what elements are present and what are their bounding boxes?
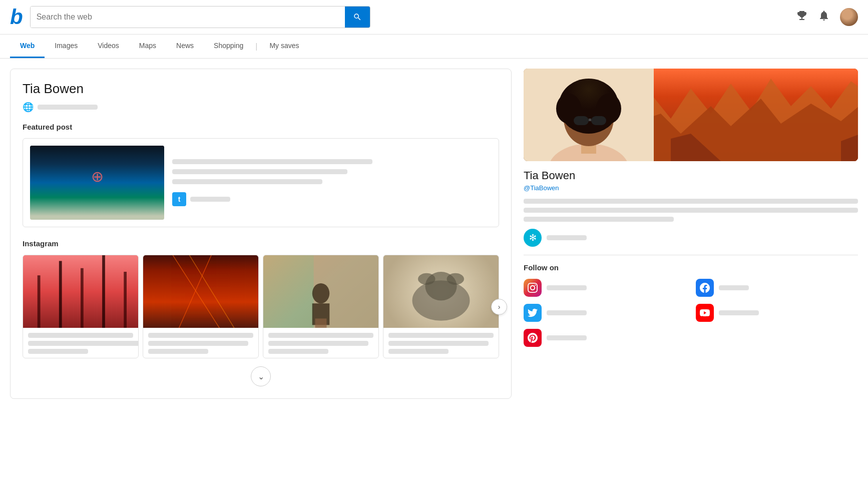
social-item-facebook[interactable] xyxy=(696,279,858,297)
social-grid xyxy=(524,279,858,347)
svg-rect-15 xyxy=(321,318,327,328)
instagram-grid: › xyxy=(23,255,499,358)
nav-item-my-saves[interactable]: My saves xyxy=(259,35,309,58)
svg-rect-6 xyxy=(143,255,258,328)
rewards-icon[interactable] xyxy=(796,10,808,25)
insta-2-text-2 xyxy=(148,341,248,346)
twitter-handle-skeleton xyxy=(190,197,230,202)
bing-logo[interactable]: b xyxy=(10,5,22,29)
nav-item-news[interactable]: News xyxy=(166,35,204,58)
nav-bar: Web Images Videos Maps News Shopping | M… xyxy=(0,35,868,59)
facebook-icon xyxy=(696,279,714,297)
nav-item-videos[interactable]: Videos xyxy=(88,35,129,58)
featured-post-image xyxy=(30,146,164,220)
profile-name-right: Tia Bowen xyxy=(524,169,858,182)
globe-row: 🌐 xyxy=(23,102,499,113)
person-name-left: Tia Bowen xyxy=(23,81,499,97)
insta-4-text-2 xyxy=(388,341,489,346)
social-item-instagram[interactable] xyxy=(524,279,686,297)
twitter-row: t xyxy=(172,192,492,206)
instagram-section: Instagram xyxy=(23,239,499,358)
nav-divider: | xyxy=(253,35,259,58)
insta-4-text-3 xyxy=(388,349,449,354)
insta-card-1[interactable] xyxy=(23,255,139,358)
profile-canyon-photo xyxy=(654,69,858,161)
svg-rect-3 xyxy=(81,268,84,328)
profile-handle[interactable]: @TiaBowen xyxy=(524,184,858,192)
insta-card-3-content xyxy=(263,328,378,358)
follow-on-title: Follow on xyxy=(524,263,858,272)
palms-scene xyxy=(23,255,138,328)
nav-item-images[interactable]: Images xyxy=(45,35,88,58)
twitter-social-icon xyxy=(524,304,542,322)
profile-info: Tia Bowen @TiaBowen ✻ xyxy=(524,169,858,255)
insta-card-3[interactable] xyxy=(263,255,379,358)
social-item-twitter[interactable] xyxy=(524,304,686,322)
main-layout: Tia Bowen 🌐 Featured post t Instagra xyxy=(0,59,868,409)
nav-item-maps[interactable]: Maps xyxy=(129,35,166,58)
insta-card-4-content xyxy=(383,328,499,358)
search-bar xyxy=(30,6,370,28)
nav-item-web[interactable]: Web xyxy=(10,35,45,58)
instagram-icon xyxy=(524,279,542,297)
social-item-pinterest[interactable] xyxy=(524,329,686,347)
right-panel: Tia Bowen @TiaBowen ✻ Follow on xyxy=(524,69,858,399)
instagram-next-button[interactable]: › xyxy=(491,299,507,315)
svg-rect-4 xyxy=(102,255,105,328)
left-panel: Tia Bowen 🌐 Featured post t Instagra xyxy=(10,69,512,399)
social-item-youtube[interactable] xyxy=(696,304,858,322)
svg-point-12 xyxy=(312,283,330,303)
snowflake-icon: ✻ xyxy=(524,229,542,247)
svg-rect-1 xyxy=(38,275,41,328)
insta-card-2[interactable] xyxy=(143,255,259,358)
insta-4-text-1 xyxy=(388,333,494,338)
featured-post-title: Featured post xyxy=(23,123,499,131)
featured-post-card[interactable]: t xyxy=(23,138,499,227)
youtube-icon xyxy=(696,304,714,322)
follow-on-section: Follow on xyxy=(524,263,858,347)
insta-2-text-3 xyxy=(148,349,208,354)
bing-logo-icon: b xyxy=(10,5,22,29)
insta-2-text-1 xyxy=(148,333,253,338)
insta-image-3 xyxy=(263,255,378,328)
insta-1-text-2 xyxy=(28,341,139,346)
ocean-scene xyxy=(30,146,164,220)
snowflake-row: ✻ xyxy=(524,229,858,247)
insta-card-2-content xyxy=(143,328,258,358)
svg-rect-5 xyxy=(124,272,127,328)
pinterest-handle-skeleton xyxy=(547,335,587,340)
svg-rect-29 xyxy=(591,116,606,125)
profile-images xyxy=(524,69,858,161)
svg-rect-2 xyxy=(59,261,62,328)
insta-card-1-content xyxy=(23,328,138,358)
insta-1-text-1 xyxy=(28,333,133,338)
youtube-handle-skeleton xyxy=(719,310,759,315)
header: b xyxy=(0,0,868,35)
globe-icon: 🌐 xyxy=(23,102,34,113)
search-input[interactable] xyxy=(31,7,345,28)
svg-rect-14 xyxy=(315,318,321,328)
bio-skeleton-1 xyxy=(524,199,858,204)
insta-3-text-1 xyxy=(268,333,373,338)
insta-3-text-2 xyxy=(268,341,368,346)
header-icons xyxy=(796,8,858,26)
svg-point-20 xyxy=(447,273,465,285)
insta-3-text-3 xyxy=(268,349,328,354)
insta-card-4[interactable] xyxy=(383,255,499,358)
twitter-icon: t xyxy=(172,192,186,206)
show-more-section: ⌄ xyxy=(23,366,499,386)
insta-image-4 xyxy=(383,255,499,328)
platform-skeleton xyxy=(547,235,587,240)
profile-person-photo xyxy=(524,69,654,161)
nav-item-shopping[interactable]: Shopping xyxy=(204,35,253,58)
avatar[interactable] xyxy=(840,8,858,26)
pinterest-icon xyxy=(524,329,542,347)
facebook-handle-skeleton xyxy=(719,285,749,290)
post-title-skeleton-1 xyxy=(172,159,372,164)
show-more-button[interactable]: ⌄ xyxy=(251,366,271,386)
notifications-icon[interactable] xyxy=(818,10,830,25)
search-button[interactable] xyxy=(345,7,370,28)
instagram-title: Instagram xyxy=(23,239,499,248)
twitter-handle-skeleton-right xyxy=(547,310,587,315)
bio-skeleton-3 xyxy=(524,217,674,222)
